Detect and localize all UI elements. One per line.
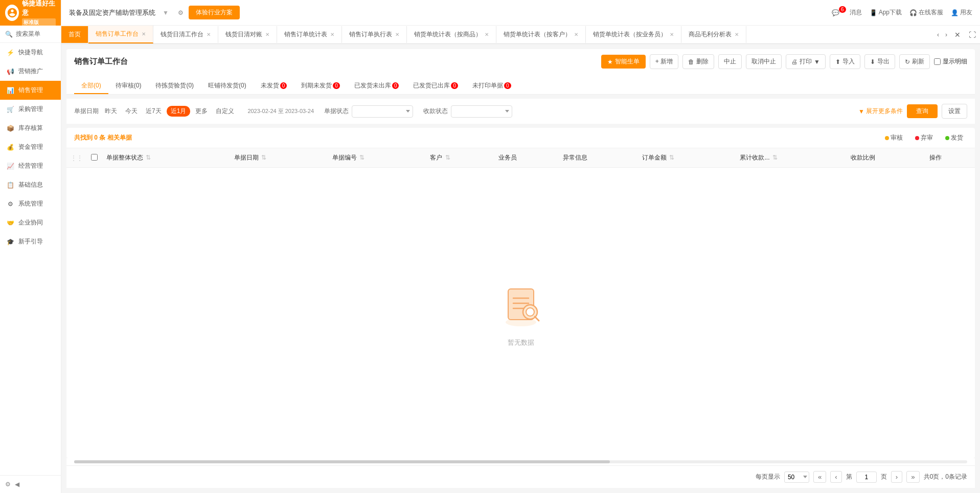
tab-maximize[interactable]: ⛶ xyxy=(965,29,980,41)
sort-amount-icon[interactable]: ⇅ xyxy=(669,154,674,161)
sidebar-item-operations[interactable]: 📈 经营管理 xyxy=(0,156,61,175)
print-icon: 🖨 xyxy=(791,58,797,65)
sidebar-item-search[interactable]: 🔍 搜索菜单 xyxy=(0,26,61,43)
tab-sales-stats-close[interactable]: ✕ xyxy=(330,32,334,37)
tab-home[interactable]: 首页 xyxy=(61,26,88,43)
query-btn[interactable]: 查询 xyxy=(907,104,938,118)
suspend-btn[interactable]: 中止 xyxy=(718,54,742,69)
date-btn-more[interactable]: 更多 xyxy=(192,106,211,117)
tab-sales-summary-staff-close[interactable]: ✕ xyxy=(670,32,674,37)
first-page-btn[interactable]: « xyxy=(813,471,826,483)
sort-collected-icon[interactable]: ⇅ xyxy=(772,154,778,161)
tab-sales-stats[interactable]: 销售订单统计表 ✕ xyxy=(277,26,342,43)
sub-tab-wangpu-ship[interactable]: 旺铺待发货(0) xyxy=(201,78,254,94)
tab-sales-exec[interactable]: 销售订单执行表 ✕ xyxy=(342,26,407,43)
quick-nav-icon: ⚡ xyxy=(6,49,14,56)
sidebar-item-finance[interactable]: 💰 资金管理 xyxy=(0,138,61,156)
page-size-select[interactable]: 50 10 20 100 xyxy=(784,472,809,483)
expand-filter-btn[interactable]: ▼ 展开更多条件 xyxy=(858,107,903,116)
tab-cashier-daily-close[interactable]: ✕ xyxy=(207,32,211,37)
sidebar-settings-btn[interactable]: ⚙ xyxy=(5,481,11,488)
cancel-suspend-btn[interactable]: 取消中止 xyxy=(746,54,782,69)
page-input[interactable] xyxy=(856,472,877,483)
sub-tab-not-printed[interactable]: 未打印单据0 xyxy=(465,78,518,94)
sort-customer-icon[interactable]: ⇅ xyxy=(445,154,450,161)
smart-create-btn[interactable]: ★ 智能生单 xyxy=(601,55,646,69)
audit-btn[interactable]: 审核 xyxy=(881,132,907,144)
prev-page-btn[interactable]: ‹ xyxy=(830,471,841,483)
sidebar-item-inventory[interactable]: 📦 库存核算 xyxy=(0,119,61,138)
sidebar-item-basic-info[interactable]: 📋 基础信息 xyxy=(0,175,61,194)
sidebar-item-quick-nav[interactable]: ⚡ 快捷导航 xyxy=(0,43,61,62)
sub-tab-pending-audit[interactable]: 待审核(0) xyxy=(108,78,149,94)
tab-sales-summary-product-close[interactable]: ✕ xyxy=(485,32,489,37)
payment-select[interactable] xyxy=(451,105,512,118)
refresh-btn[interactable]: ↻ 刷新 xyxy=(899,54,930,69)
sub-tab-shipped-out[interactable]: 已发货已出库0 xyxy=(406,78,465,94)
tab-close-all[interactable]: ✕ xyxy=(950,29,965,41)
tab-sales-summary-product[interactable]: 销货单统计表（按商品） ✕ xyxy=(407,26,496,43)
export-btn[interactable]: ⬇ 导出 xyxy=(864,54,895,69)
sidebar-item-marketing[interactable]: 📢 营销推广 xyxy=(0,62,61,81)
th-checkbox[interactable] xyxy=(87,148,102,168)
tab-scroll-left[interactable]: ‹ xyxy=(934,27,942,42)
status-select[interactable] xyxy=(352,105,413,118)
purchase-label: 采购管理 xyxy=(18,105,43,114)
quick-nav-label: 快捷导航 xyxy=(18,48,43,57)
sidebar-item-purchase[interactable]: 🛒 采购管理 xyxy=(0,100,61,119)
sub-tab-shipped-not-out[interactable]: 已发货未出库0 xyxy=(347,78,406,94)
tab-cashier-daily[interactable]: 钱货日清工作台 ✕ xyxy=(153,26,218,43)
sidebar-item-system[interactable]: ⚙ 系统管理 xyxy=(0,194,61,213)
setting-btn[interactable]: 设置 xyxy=(942,104,967,119)
sub-tab-not-shipped[interactable]: 未发货0 xyxy=(254,78,294,94)
sidebar-item-sales[interactable]: 📊 销售管理 xyxy=(0,81,61,100)
tab-sales-order-close[interactable]: ✕ xyxy=(142,31,146,37)
sort-status-icon[interactable]: ⇅ xyxy=(146,154,151,161)
inventory-label: 库存核算 xyxy=(18,124,43,132)
tab-cash-reconcile-close[interactable]: ✕ xyxy=(265,32,269,37)
date-btn-yesterday[interactable]: 昨天 xyxy=(102,106,120,117)
sort-date-icon[interactable]: ⇅ xyxy=(261,154,266,161)
tab-gross-profit-close[interactable]: ✕ xyxy=(735,32,739,37)
last-page-btn[interactable]: » xyxy=(906,471,919,483)
new-btn[interactable]: + 新增 xyxy=(650,54,678,69)
topbar-gear-icon[interactable]: ⚙ xyxy=(178,9,184,16)
sub-tab-pending-inspect[interactable]: 待拣货验货(0) xyxy=(148,78,201,94)
import-btn[interactable]: ⬆ 导入 xyxy=(830,54,860,69)
sidebar-collapse-btn[interactable]: ◀ xyxy=(15,481,19,488)
topbar-dropdown-icon[interactable]: ▼ xyxy=(163,9,169,16)
app-download-btn[interactable]: 📱 App下载 xyxy=(870,8,902,17)
sidebar-item-enterprise[interactable]: 🤝 企业协同 xyxy=(0,213,61,232)
date-btn-custom[interactable]: 自定义 xyxy=(213,106,237,117)
user-btn[interactable]: 👤 用友 xyxy=(951,8,972,17)
scrollbar-thumb[interactable] xyxy=(74,460,610,463)
ship-btn[interactable]: 发货 xyxy=(941,132,967,144)
sidebar-item-newbie[interactable]: 🎓 新手引导 xyxy=(0,232,61,251)
next-page-btn[interactable]: › xyxy=(891,471,902,483)
delete-btn[interactable]: 🗑 删除 xyxy=(682,54,714,69)
online-service-btn[interactable]: 🎧 在线客服 xyxy=(909,8,943,17)
sub-tab-all[interactable]: 全部(0) xyxy=(74,78,108,94)
tab-cash-reconcile[interactable]: 钱货日清对账 ✕ xyxy=(218,26,277,43)
date-btn-today[interactable]: 今天 xyxy=(122,106,141,117)
tab-sales-summary-customer[interactable]: 销货单统计表（按客户） ✕ xyxy=(496,26,586,43)
date-btn-1month[interactable]: 近1月 xyxy=(167,106,191,117)
message-btn[interactable]: 💬 6 消息 xyxy=(832,8,862,17)
sub-tab-overdue-ship[interactable]: 到期未发货0 xyxy=(294,78,347,94)
show-detail-label[interactable]: 显示明细 xyxy=(934,57,967,66)
horizontal-scrollbar[interactable] xyxy=(66,458,975,465)
tab-sales-summary-staff[interactable]: 销货单统计表（按业务员） ✕ xyxy=(586,26,681,43)
tab-sales-summary-customer-close[interactable]: ✕ xyxy=(574,32,578,37)
empty-icon xyxy=(495,279,546,330)
print-btn[interactable]: 🖨 打印 ▼ xyxy=(786,54,826,69)
tab-scroll-right[interactable]: › xyxy=(942,27,950,42)
sort-number-icon[interactable]: ⇅ xyxy=(359,154,364,161)
tab-sales-exec-close[interactable]: ✕ xyxy=(395,32,399,37)
tab-sales-order[interactable]: 销售订单工作台 ✕ xyxy=(88,26,153,43)
tab-gross-profit[interactable]: 商品毛利分析表 ✕ xyxy=(681,26,746,43)
cancel-audit-btn[interactable]: 弃审 xyxy=(911,132,937,144)
show-detail-checkbox[interactable] xyxy=(934,58,941,65)
select-all-checkbox[interactable] xyxy=(91,154,98,161)
date-btn-7days[interactable]: 近7天 xyxy=(143,106,165,117)
industry-btn[interactable]: 体验行业方案 xyxy=(189,6,240,19)
